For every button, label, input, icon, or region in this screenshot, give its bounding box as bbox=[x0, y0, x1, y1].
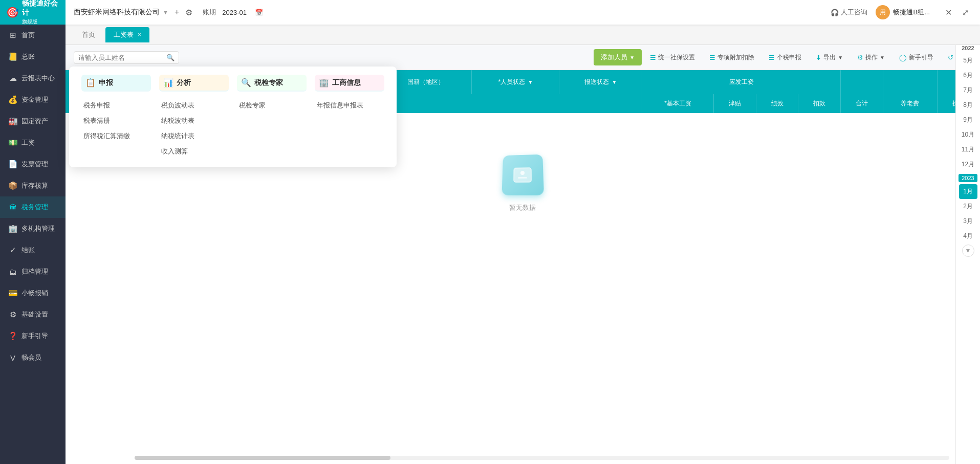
sidebar-item-guide[interactable]: ❓ 新手引导 bbox=[0, 325, 66, 347]
cal-month-may[interactable]: 5月 bbox=[959, 53, 977, 68]
window-controls: ✕ ⤢ bbox=[942, 7, 972, 18]
sidebar-item-home[interactable]: ⊞ 首页 bbox=[0, 25, 66, 46]
avatar: 用 bbox=[876, 5, 890, 19]
th-pension bbox=[883, 70, 938, 94]
sidebar-item-invoice[interactable]: 📄 发票管理 bbox=[0, 153, 66, 175]
sidebar-item-member[interactable]: V 畅会员 bbox=[0, 347, 66, 368]
item-tax-stats[interactable]: 纳税统计表 bbox=[159, 128, 229, 144]
search-icon: 🔍 bbox=[166, 54, 175, 61]
sidebar-item-archive[interactable]: 🗂 归档管理 bbox=[0, 261, 66, 282]
sidebar-item-payroll[interactable]: 💵 工资 bbox=[0, 132, 66, 153]
cal-month-jan[interactable]: 1月 bbox=[959, 184, 977, 199]
search-input[interactable] bbox=[78, 54, 164, 61]
sidebar-item-fund[interactable]: 💰 资金管理 bbox=[0, 89, 66, 111]
tab-close-btn[interactable]: × bbox=[138, 31, 141, 38]
guide-icon: ❓ bbox=[8, 332, 17, 341]
company-name: 西安虾米网络科技有限公司 bbox=[74, 8, 160, 17]
app-logo: 🎯 畅捷通好会计 旗舰版 bbox=[0, 0, 66, 25]
scrollbar-track[interactable] bbox=[135, 456, 949, 460]
shuijian-icon: 🔍 bbox=[241, 78, 251, 87]
cal-year-2022: 2022 bbox=[962, 45, 974, 51]
cal-month-sep[interactable]: 9月 bbox=[959, 113, 977, 127]
expand-btn[interactable]: ⤢ bbox=[959, 7, 972, 18]
topbar-right: 🎧 人工咨询 用 畅捷通B组... ✕ ⤢ bbox=[831, 5, 972, 19]
cal-month-dec[interactable]: 12月 bbox=[959, 157, 977, 172]
item-income-tax[interactable]: 所得税汇算清缴 bbox=[81, 128, 151, 144]
cal-month-mar[interactable]: 3月 bbox=[959, 214, 977, 229]
cal-month-oct[interactable]: 10月 bbox=[959, 127, 977, 142]
cal-month-nov[interactable]: 11月 bbox=[959, 142, 977, 157]
sidebar-label-report: 小畅报销 bbox=[21, 289, 48, 298]
item-tax-expert[interactable]: 税检专家 bbox=[237, 98, 307, 113]
tax-dropdown-menu: 📋 申报 税务申报 税表清册 所得税汇算清缴 📊 分析 税负波动表 纳税波动表 … bbox=[69, 67, 397, 167]
status-filter-icon[interactable]: ▼ bbox=[528, 79, 533, 85]
sidebar-item-settings[interactable]: ⚙ 基础设置 bbox=[0, 304, 66, 325]
archive-icon: 🗂 bbox=[8, 268, 17, 276]
empty-icon bbox=[502, 154, 545, 195]
add-company-btn[interactable]: + bbox=[175, 8, 179, 17]
tab-home[interactable]: 首页 bbox=[74, 27, 103, 42]
sidebar-item-multi[interactable]: 🏢 多机构管理 bbox=[0, 218, 66, 239]
sidebar-label-asset: 固定资产 bbox=[21, 117, 48, 126]
sidebar-label-home: 首页 bbox=[21, 31, 35, 40]
settings-btn[interactable]: ⚙ bbox=[185, 8, 192, 17]
sidebar-item-cloud[interactable]: ☁ 云报表中心 bbox=[0, 68, 66, 89]
section-title-fenxi: 📊 分析 bbox=[159, 75, 229, 92]
cal-month-apr[interactable]: 4月 bbox=[959, 229, 977, 244]
sidebar-item-ledger[interactable]: 📒 总账 bbox=[0, 46, 66, 68]
special-deduction-btn[interactable]: ☰ 专项附加扣除 bbox=[705, 51, 758, 64]
fenxi-icon: 📊 bbox=[163, 78, 173, 87]
tax-icon: ☰ bbox=[769, 54, 775, 61]
submit-filter-icon[interactable]: ▼ bbox=[612, 79, 617, 85]
scrollbar-thumb[interactable] bbox=[135, 456, 390, 460]
th-status: *人员状态 ▼ bbox=[472, 70, 559, 94]
tax-declare-btn[interactable]: ☰ 个税申报 bbox=[765, 51, 805, 64]
cal-month-aug[interactable]: 8月 bbox=[959, 98, 977, 113]
tax-label: 个税申报 bbox=[777, 53, 801, 62]
sidebar-item-inventory[interactable]: 📦 库存核算 bbox=[0, 175, 66, 196]
th-submit: 报送状态 ▼ bbox=[559, 70, 642, 94]
sidebar-item-settle[interactable]: ✓ 结账 bbox=[0, 239, 66, 261]
add-person-button[interactable]: 添加人员 ▼ bbox=[594, 49, 642, 65]
refresh-icon: ↺ bbox=[948, 54, 953, 61]
operate-btn[interactable]: ⚙ 操作 ▼ bbox=[853, 51, 889, 64]
cal-month-feb[interactable]: 2月 bbox=[959, 199, 977, 214]
sidebar-label-payroll: 工资 bbox=[21, 138, 35, 147]
operate-label: 操作 bbox=[865, 53, 878, 62]
export-btn[interactable]: ⬇ 导出 ▼ bbox=[812, 51, 847, 64]
company-selector[interactable]: 西安虾米网络科技有限公司 ▼ bbox=[74, 8, 168, 17]
sidebar-label-settings: 基础设置 bbox=[21, 310, 48, 319]
help-btn[interactable]: 🎧 人工咨询 bbox=[831, 8, 867, 17]
asset-icon: 🏭 bbox=[8, 117, 17, 126]
member-icon: V bbox=[8, 353, 17, 362]
close-btn[interactable]: ✕ bbox=[942, 7, 955, 18]
guide-btn[interactable]: ◯ 新手引导 bbox=[895, 51, 938, 64]
th-basic: *基本工资 bbox=[642, 94, 713, 113]
th-total bbox=[841, 70, 883, 94]
sidebar-item-tax[interactable]: 🏛 税务管理 bbox=[0, 196, 66, 218]
sidebar-label-member: 畅会员 bbox=[21, 353, 41, 362]
dropdown-arrow-icon: ▼ bbox=[629, 55, 635, 60]
sidebar-item-report[interactable]: 💳 小畅报销 bbox=[0, 282, 66, 304]
social-insurance-btn[interactable]: ☰ 统一社保设置 bbox=[646, 51, 699, 64]
ledger-icon: 📒 bbox=[8, 52, 17, 61]
item-tax-table[interactable]: 税表清册 bbox=[81, 113, 151, 128]
sidebar-label-inventory: 库存核算 bbox=[21, 181, 48, 190]
user-area[interactable]: 用 畅捷通B组... bbox=[876, 5, 930, 19]
special-icon: ☰ bbox=[709, 54, 715, 61]
item-annual-report[interactable]: 年报信息申报表 bbox=[315, 98, 384, 113]
item-tax-declare[interactable]: 税务申报 bbox=[81, 98, 151, 113]
item-income-calc[interactable]: 收入测算 bbox=[159, 144, 229, 159]
cal-month-jun[interactable]: 6月 bbox=[959, 68, 977, 83]
item-tax-fluctuation[interactable]: 纳税波动表 bbox=[159, 113, 229, 128]
help-label: 人工咨询 bbox=[841, 8, 867, 17]
th-performance: 绩效 bbox=[756, 94, 798, 113]
calendar-icon[interactable]: 📅 bbox=[255, 9, 263, 16]
cal-month-jul[interactable]: 7月 bbox=[959, 83, 977, 98]
sidebar-label-multi: 多机构管理 bbox=[21, 224, 55, 233]
sidebar-item-asset[interactable]: 🏭 固定资产 bbox=[0, 111, 66, 132]
tab-payroll-table[interactable]: 工资表 × bbox=[105, 27, 149, 42]
calendar-panel: ▲ 2022 5月 6月 7月 8月 9月 10月 11月 12月 2023 1… bbox=[955, 25, 980, 464]
item-tax-burden[interactable]: 税负波动表 bbox=[159, 98, 229, 113]
cal-down-btn[interactable]: ▼ bbox=[962, 245, 974, 257]
